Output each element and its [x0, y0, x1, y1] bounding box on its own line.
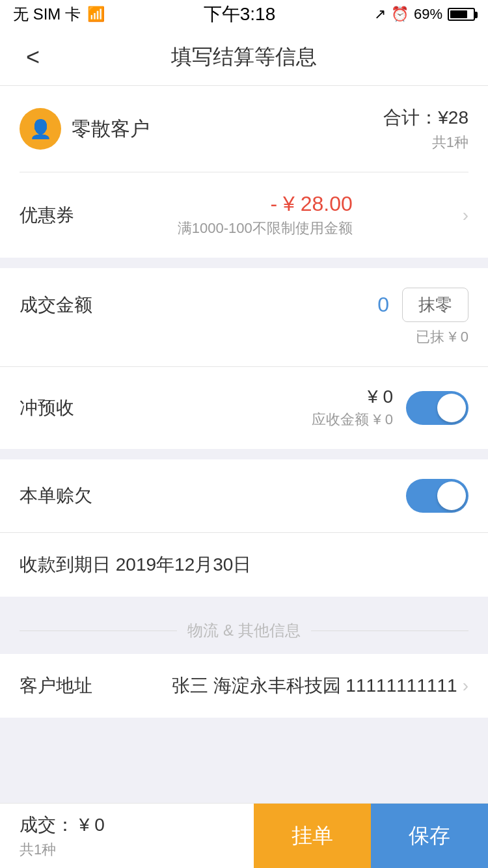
deal-prepay-card: 成交金额 0 抹零 已抹 ¥ 0 冲预收 ¥ 0 应收金额 ¥ 0 [0, 268, 488, 449]
nav-bar: < 填写结算等信息 [0, 29, 488, 86]
location-icon: ↗ [374, 6, 386, 23]
due-date-section: 收款到期日 2019年12月30日 [0, 532, 488, 597]
prepay-sub: 应收金额 ¥ 0 [312, 410, 393, 429]
battery-percent: 69% [414, 6, 442, 23]
address-chevron-icon: › [463, 675, 468, 696]
logistics-separator: 物流 & 其他信息 [0, 607, 488, 654]
deal-amount-value: 0 [363, 293, 389, 317]
prepay-values: ¥ 0 应收金额 ¥ 0 [312, 387, 393, 429]
coupon-label: 优惠券 [20, 203, 74, 228]
toggle-knob [437, 394, 466, 422]
deal-right: 0 抹零 [363, 288, 468, 322]
deal-amount-sub: 已抹 ¥ 0 [20, 327, 468, 347]
credit-toggle[interactable] [406, 479, 468, 513]
coupon-right: - ¥ 28.00 满1000-100不限制使用金额 [178, 192, 353, 238]
coupon-desc: 满1000-100不限制使用金额 [178, 219, 353, 238]
credit-row: 本单赊欠 [20, 479, 468, 513]
customer-row: 👤 零散客户 合计：¥28 共1种 [0, 86, 488, 172]
customer-count: 共1种 [383, 133, 468, 152]
credit-label: 本单赊欠 [20, 483, 92, 508]
address-label: 客户地址 [20, 673, 92, 698]
prepay-row: 冲预收 ¥ 0 应收金额 ¥ 0 [20, 387, 468, 429]
status-right: ↗ ⏰ 69% [374, 6, 475, 23]
wifi-icon: 📶 [87, 6, 105, 23]
credit-card: 本单赊欠 收款到期日 2019年12月30日 [0, 459, 488, 597]
address-section[interactable]: 客户地址 张三 海淀永丰科技园 11111111111 › [0, 654, 488, 718]
coupon-chevron-icon: › [463, 205, 468, 226]
deal-amount-label: 成交金额 [20, 293, 92, 318]
logistics-label: 物流 & 其他信息 [177, 620, 310, 641]
alarm-icon: ⏰ [391, 6, 409, 23]
status-left: 无 SIM 卡 📶 [13, 4, 105, 25]
status-bar: 无 SIM 卡 📶 下午3:18 ↗ ⏰ 69% [0, 0, 488, 29]
prepay-amount: ¥ 0 [312, 387, 393, 407]
deal-amount-section: 成交金额 0 抹零 已抹 ¥ 0 [0, 268, 488, 366]
address-right: 张三 海淀永丰科技园 11111111111 › [159, 673, 468, 698]
customer-avatar: 👤 [20, 108, 61, 150]
deal-row: 成交金额 0 抹零 [20, 288, 468, 322]
avatar-icon: 👤 [29, 118, 52, 140]
carrier-text: 无 SIM 卡 [13, 4, 81, 25]
bottom-info: 成交： ¥ 0 共1种 [0, 804, 254, 868]
hang-order-button[interactable]: 挂单 [254, 804, 371, 868]
prepay-toggle[interactable] [406, 391, 468, 425]
customer-left: 👤 零散客户 [20, 108, 150, 150]
address-value: 张三 海淀永丰科技园 11111111111 [172, 673, 457, 698]
prepay-label: 冲预收 [20, 396, 74, 420]
bottom-count-label: 共1种 [20, 840, 234, 860]
save-button[interactable]: 保存 [371, 804, 488, 868]
battery-icon [448, 8, 475, 21]
content-area: 👤 零散客户 合计：¥28 共1种 优惠券 - ¥ 28.00 满1000-10… [0, 86, 488, 806]
customer-name: 零散客户 [72, 116, 150, 142]
customer-right: 合计：¥28 共1种 [383, 105, 468, 152]
coupon-discount: - ¥ 28.00 [178, 192, 353, 216]
bottom-bar: 成交： ¥ 0 共1种 挂单 保存 [0, 803, 488, 868]
page-title: 填写结算等信息 [171, 43, 317, 72]
due-date-label: 收款到期日 2019年12月30日 [20, 554, 251, 575]
customer-section: 👤 零散客户 合计：¥28 共1种 优惠券 - ¥ 28.00 满1000-10… [0, 86, 488, 258]
prepay-section: 冲预收 ¥ 0 应收金额 ¥ 0 [0, 366, 488, 449]
address-row: 客户地址 张三 海淀永丰科技园 11111111111 › [20, 673, 468, 698]
back-button[interactable]: < [20, 37, 46, 77]
status-time: 下午3:18 [204, 2, 276, 27]
credit-section: 本单赊欠 [0, 459, 488, 532]
round-zero-button[interactable]: 抹零 [402, 288, 468, 322]
bottom-deal-label: 成交： ¥ 0 [20, 813, 234, 837]
customer-total: 合计：¥28 [383, 105, 468, 130]
credit-toggle-knob [437, 481, 466, 510]
coupon-row[interactable]: 优惠券 - ¥ 28.00 满1000-100不限制使用金额 › [0, 172, 488, 258]
prepay-right: ¥ 0 应收金额 ¥ 0 [312, 387, 468, 429]
